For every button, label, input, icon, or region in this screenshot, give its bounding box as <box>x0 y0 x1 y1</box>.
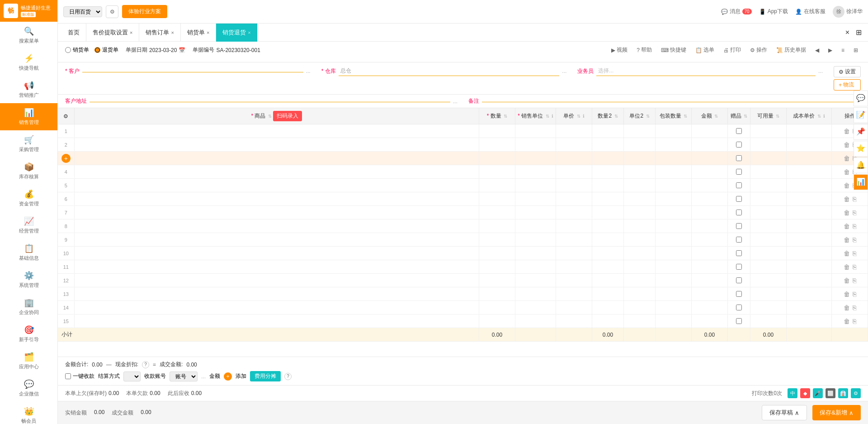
tab-sales-return[interactable]: 销货退货 × <box>216 24 257 42</box>
del10[interactable]: 🗑 <box>844 250 850 257</box>
gc8[interactable] <box>736 223 742 229</box>
cp12[interactable] <box>787 274 832 287</box>
pk12[interactable] <box>656 274 692 287</box>
cpy11[interactable]: ⎘ <box>853 263 856 271</box>
g5[interactable] <box>728 179 750 192</box>
pk13[interactable] <box>656 287 692 301</box>
app-download-btn[interactable]: 📱 App下载 <box>759 8 788 15</box>
u5[interactable] <box>515 179 556 192</box>
av5[interactable] <box>750 179 787 192</box>
warehouse-dots[interactable]: ... <box>562 68 566 74</box>
col-product-sort[interactable]: ⇅ <box>268 114 272 119</box>
gc6[interactable] <box>736 196 742 202</box>
topbar-gear-btn[interactable]: ⚙ <box>106 5 118 18</box>
category-select[interactable]: 日用百货 <box>63 6 102 17</box>
pr4[interactable] <box>556 165 592 179</box>
a6[interactable] <box>692 192 728 206</box>
q13[interactable] <box>479 287 515 301</box>
del6[interactable]: 🗑 <box>844 195 850 203</box>
pk4[interactable] <box>656 165 692 179</box>
status-icon-6[interactable]: ⚙ <box>851 388 861 398</box>
right-float-item-6[interactable]: 📊 <box>854 174 868 190</box>
a8[interactable] <box>692 219 728 233</box>
del13[interactable]: 🗑 <box>844 291 850 298</box>
account-dots[interactable]: ... <box>201 373 206 380</box>
pr12[interactable] <box>556 274 592 287</box>
av15[interactable] <box>750 314 787 328</box>
cpy7[interactable]: ⎘ <box>853 209 856 216</box>
a5[interactable] <box>692 179 728 192</box>
add-amount-btn[interactable]: + <box>224 372 232 381</box>
u28[interactable] <box>624 219 656 233</box>
a13[interactable] <box>692 287 728 301</box>
p12[interactable] <box>74 274 479 287</box>
q26[interactable] <box>592 192 624 206</box>
g13[interactable] <box>728 287 750 301</box>
u214[interactable] <box>624 301 656 314</box>
pk11[interactable] <box>656 260 692 274</box>
save-new-btn[interactable]: 保存&新增 ∧ <box>812 405 861 420</box>
price-cell-1[interactable] <box>556 124 592 138</box>
logistics-btn[interactable]: + 物流 <box>834 79 861 91</box>
save-draft-btn[interactable]: 保存草稿 ∧ <box>762 405 807 420</box>
gift-checkbox-add[interactable] <box>736 155 742 161</box>
a4[interactable] <box>692 165 728 179</box>
radio-return[interactable]: 退货单 <box>94 46 118 54</box>
warehouse-input[interactable]: 总仓 <box>339 66 560 76</box>
status-icon-3[interactable]: 🎤 <box>813 388 823 398</box>
av8[interactable] <box>750 219 787 233</box>
tab-price-settings-close[interactable]: × <box>130 30 132 35</box>
right-float-item-2[interactable]: 📝 <box>854 107 868 123</box>
del5[interactable]: 🗑 <box>844 182 850 189</box>
u13[interactable] <box>515 287 556 301</box>
cp10[interactable] <box>787 247 832 260</box>
gift-checkbox-2[interactable] <box>736 142 742 148</box>
u4[interactable] <box>515 165 556 179</box>
u15[interactable] <box>515 314 556 328</box>
g15[interactable] <box>728 314 750 328</box>
av7[interactable] <box>750 206 787 219</box>
cp6[interactable] <box>787 192 832 206</box>
pr14[interactable] <box>556 301 592 314</box>
payment-checkbox-label[interactable]: 一键收款 <box>65 372 94 380</box>
available-cell-1[interactable] <box>750 124 787 138</box>
sidebar-item-finance[interactable]: 💰 资金管理 <box>0 185 57 212</box>
g10[interactable] <box>728 247 750 260</box>
calendar-icon[interactable]: 📅 <box>179 47 185 53</box>
address-input[interactable] <box>90 100 450 102</box>
sidebar-item-enterprise[interactable]: 🏢 企业协同 <box>0 293 57 320</box>
gc9[interactable] <box>736 237 742 243</box>
cost-price-cell-2[interactable] <box>787 138 832 152</box>
fee-btn[interactable]: 费用分摊 <box>250 371 281 381</box>
u213[interactable] <box>624 287 656 301</box>
gift-cell-add[interactable] <box>728 152 750 165</box>
unit-cell-add[interactable] <box>515 152 556 165</box>
sidebar-item-basic[interactable]: 📋 基础信息 <box>0 239 57 266</box>
col-unit-sort[interactable]: ⇅ <box>546 114 549 119</box>
q210[interactable] <box>592 247 624 260</box>
gc14[interactable] <box>736 305 742 310</box>
q14[interactable] <box>479 301 515 314</box>
address-dots[interactable]: ... <box>453 98 458 105</box>
gc5[interactable] <box>736 182 742 188</box>
available-cell-2[interactable] <box>750 138 787 152</box>
fee-help-icon[interactable]: ? <box>284 373 292 380</box>
q25[interactable] <box>592 179 624 192</box>
q27[interactable] <box>592 206 624 219</box>
video-btn[interactable]: ▶ 视频 <box>609 45 630 55</box>
cp14[interactable] <box>787 301 832 314</box>
p14[interactable] <box>74 301 479 314</box>
q4[interactable] <box>479 165 515 179</box>
p8[interactable] <box>74 219 479 233</box>
product-cell-1[interactable] <box>74 124 479 138</box>
cpy8[interactable]: ⎘ <box>853 223 856 230</box>
col-available-sort[interactable]: ⇅ <box>776 114 779 119</box>
right-float-item-4[interactable]: ⭐ <box>854 141 868 157</box>
amount-cell-1[interactable] <box>692 124 728 138</box>
unit-cell-1[interactable] <box>515 124 556 138</box>
col-pack-qty-sort[interactable]: ⇅ <box>684 114 687 119</box>
qty2-cell-add[interactable] <box>592 152 624 165</box>
q211[interactable] <box>592 260 624 274</box>
cp15[interactable] <box>787 314 832 328</box>
av11[interactable] <box>750 260 787 274</box>
